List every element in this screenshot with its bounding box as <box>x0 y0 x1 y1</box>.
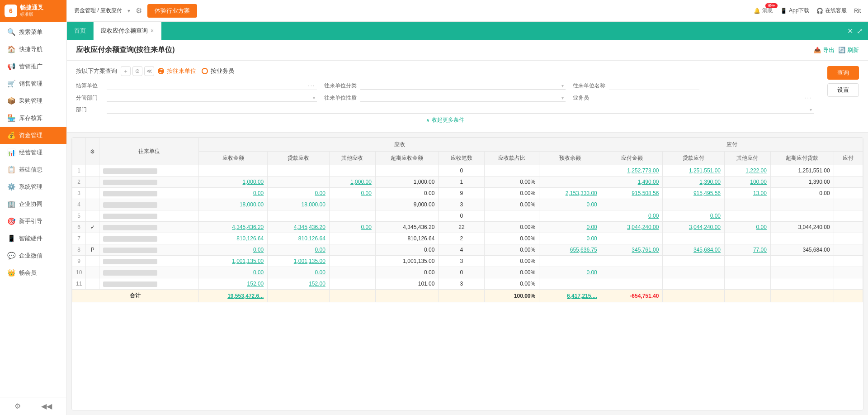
app-download-button[interactable]: 📱 App下载 <box>780 7 809 14</box>
cell-overdue-recv: 0.00 <box>375 188 439 199</box>
sidebar-item-operation[interactable]: 📊经营管理 <box>0 144 66 161</box>
sidebar-footer: ⚙ ◀◀ <box>0 397 66 415</box>
sidebar-item-marketing[interactable]: 📢营销推广 <box>0 58 66 75</box>
footer-loan-pay <box>663 290 725 302</box>
cell-pay-amount: 1,252,773.00 <box>601 165 663 176</box>
th-partner: 往来单位 <box>99 138 199 165</box>
th-other-pay: 其他应付 <box>724 152 770 165</box>
page-title: 应收应付余额查询(按往来单位) <box>76 45 175 55</box>
enterprise-icon: 🏢 <box>7 200 15 208</box>
cell-partner-name <box>99 256 199 267</box>
cell-loan-recv: 810,126.64 <box>268 233 330 244</box>
collapse-sidebar-icon[interactable]: ◀◀ <box>41 402 52 410</box>
cell-overdue-pay <box>770 267 834 278</box>
footer-recv-count <box>439 290 485 302</box>
table-row: 9 1,001,135.00 1,001,135.00 1,001,135.00… <box>72 256 863 267</box>
sidebar-label-finance: 资金管理 <box>19 131 42 139</box>
cell-pay-suffix <box>834 165 863 176</box>
th-payable-group: 应付 <box>601 138 863 152</box>
cell-loan-recv: 18,000.00 <box>268 199 330 210</box>
field-salesman: 业务员 ··· <box>573 94 814 102</box>
table-row: 5 0 0.00 0.00 <box>72 210 863 222</box>
partner-nature-input[interactable]: ▾ <box>360 95 565 102</box>
table-footer: 合计 19,553,472.6... 100.00% 6,417,215....… <box>72 290 863 302</box>
sidebar-item-search-menu[interactable]: 🔍搜索菜单 <box>0 24 66 41</box>
partner-name-input[interactable] <box>609 81 699 90</box>
sidebar-label-sales: 销售管理 <box>19 80 42 88</box>
cell-recv-ratio: 0.00% <box>485 199 539 210</box>
tab-query[interactable]: 应收应付余额查询× <box>94 22 161 40</box>
footer-receivable[interactable]: 19,553,472.6... <box>198 290 267 302</box>
data-table: ⚙ 往来单位 应收 应付 应收金额 贷款应收 其他应收 超期应收金额 应收笔数 … <box>72 138 863 302</box>
settings-footer-icon[interactable]: ⚙ <box>14 402 21 410</box>
cell-partner-tag <box>86 267 99 278</box>
tab-home[interactable]: 首页 <box>67 22 94 40</box>
more-scheme-button[interactable]: ≪ <box>144 66 154 76</box>
cell-loan-recv <box>268 210 330 222</box>
refresh-button[interactable]: 🔄 刷新 <box>838 46 859 54</box>
collapse-button[interactable]: ∧ 收起更多条件 <box>76 114 814 127</box>
sidebar-item-smart-hw[interactable]: 📱智能硬件 <box>0 230 66 247</box>
footer-payable: -654,751.40 <box>601 290 663 302</box>
cell-loan-recv: 0.00 <box>268 267 330 278</box>
footer-prepay[interactable]: 6,417,215.... <box>539 290 601 302</box>
add-scheme-button[interactable]: ＋ <box>121 66 131 76</box>
cell-overdue-recv: 101.00 <box>375 278 439 290</box>
tabbar-actions: ✕⤢ <box>842 22 868 40</box>
cell-overdue-recv: 810,126.64 <box>375 233 439 244</box>
online-service-button[interactable]: 🎧 在线客服 <box>816 7 847 14</box>
sidebar-label-member: 畅会员 <box>19 269 37 277</box>
message-button[interactable]: 🔔 消息 99+ <box>754 7 773 14</box>
sidebar-item-wechat[interactable]: 💬企业微信 <box>0 247 66 264</box>
partner-category-input[interactable]: ▾ <box>360 82 565 90</box>
cell-other-recv: 0.00 <box>329 188 375 199</box>
table-scroll[interactable]: ⚙ 往来单位 应收 应付 应收金额 贷款应收 其他应收 超期应收金额 应收笔数 … <box>72 138 863 410</box>
sidebar-item-quick-nav[interactable]: 🏠快捷导航 <box>0 41 66 58</box>
footer-overdue-pay <box>770 290 834 302</box>
tab-expand-icon[interactable]: ⤢ <box>857 27 863 35</box>
cell-rownum: 8 <box>72 244 86 256</box>
tab-close-query[interactable]: × <box>151 28 154 34</box>
tab-close-all-icon[interactable]: ✕ <box>847 27 853 35</box>
sidebar-item-purchase[interactable]: 📦采购管理 <box>0 92 66 110</box>
cell-other-recv: 0.00 <box>329 222 375 233</box>
filter-option-by-unit[interactable]: 按往来单位 <box>158 67 196 75</box>
quick-nav-icon: 🏠 <box>7 45 15 53</box>
sidebar-item-system[interactable]: ⚙️系统管理 <box>0 178 66 196</box>
cell-overdue-pay: 0.00 <box>770 188 834 199</box>
cell-prepay <box>539 176 601 188</box>
sidebar-item-inventory[interactable]: 🏪库存核算 <box>0 110 66 127</box>
export-button[interactable]: 📤 导出 <box>814 46 835 54</box>
topbar-dropdown-icon[interactable]: ▾ <box>127 8 130 14</box>
edit-scheme-button[interactable]: ⊙ <box>132 66 142 76</box>
cell-overdue-pay: 3,044,240.00 <box>770 222 834 233</box>
sidebar-menu: 🔍搜索菜单🏠快捷导航📢营销推广🛒销售管理📦采购管理🏪库存核算💰资金管理📊经营管理… <box>0 22 66 397</box>
sidebar-item-enterprise[interactable]: 🏢企业协同 <box>0 196 66 213</box>
department-input[interactable]: ▾ <box>107 106 814 114</box>
cell-partner-name <box>99 222 199 233</box>
message-badge: 99+ <box>765 3 778 8</box>
cell-other-recv <box>329 256 375 267</box>
th-settings[interactable]: ⚙ <box>86 138 99 165</box>
solution-button[interactable]: 体验行业方案 <box>147 4 197 18</box>
sidebar-label-wechat: 企业微信 <box>19 252 42 260</box>
salesman-input[interactable]: ··· <box>604 94 814 102</box>
cell-partner-tag <box>86 233 99 244</box>
cell-loan-recv: 152.00 <box>268 278 330 290</box>
cell-overdue-pay <box>770 210 834 222</box>
topbar-gear-icon[interactable]: ⚙ <box>136 6 142 15</box>
settlement-unit-input[interactable]: ··· <box>107 81 317 90</box>
cell-recv-ratio: 0.00% <box>485 244 539 256</box>
sidebar-item-member[interactable]: 👑畅会员 <box>0 264 66 281</box>
sidebar-item-basic-info[interactable]: 📋基础信息 <box>0 161 66 178</box>
sidebar-item-finance[interactable]: 💰资金管理 <box>0 127 66 144</box>
sidebar-item-sales[interactable]: 🛒销售管理 <box>0 75 66 92</box>
dept-input[interactable]: ▾ <box>107 95 317 102</box>
query-button[interactable]: 查询 <box>827 66 859 80</box>
cell-overdue-pay <box>770 278 834 290</box>
sidebar-item-guide[interactable]: 🎯新手引导 <box>0 213 66 230</box>
settings-button[interactable]: 设置 <box>827 83 859 97</box>
cell-recv-ratio: 0.00% <box>485 176 539 188</box>
filter-option-by-salesman[interactable]: 按业务员 <box>202 67 234 75</box>
sidebar-label-operation: 经营管理 <box>19 148 42 157</box>
